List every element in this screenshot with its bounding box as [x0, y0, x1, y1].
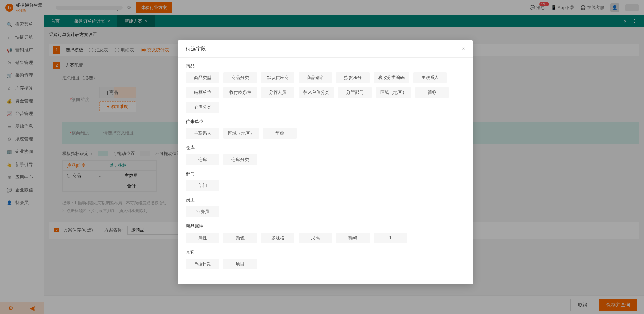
modal-title: 待选字段 — [186, 46, 206, 52]
field-tag[interactable]: 属性 — [186, 233, 219, 243]
close-icon[interactable]: × — [462, 46, 465, 52]
field-group: 部门部门 — [186, 171, 465, 191]
field-tag[interactable]: 业务员 — [186, 206, 219, 217]
field-group-title: 商品 — [186, 63, 465, 69]
field-tag[interactable]: 区域（地区） — [376, 87, 411, 98]
field-group: 其它单据日期项目 — [186, 249, 465, 269]
field-tag[interactable]: 结算单位 — [186, 87, 219, 98]
field-tag[interactable]: 默认供应商 — [261, 72, 294, 83]
field-group: 仓库仓库仓库分类 — [186, 145, 465, 165]
field-tag[interactable]: 简称 — [263, 128, 297, 139]
field-selector-modal: 待选字段 × 商品商品类型商品分类默认供应商商品别名拣货积分税收分类编码主联系人… — [178, 40, 473, 284]
field-group: 员工业务员 — [186, 197, 465, 217]
field-tag[interactable]: 1 — [374, 233, 407, 243]
field-tag[interactable]: 拣货积分 — [336, 72, 370, 83]
field-tag[interactable]: 税收分类编码 — [374, 72, 409, 83]
field-group: 往来单位主联系人区域（地区）简称 — [186, 119, 465, 139]
field-tag[interactable]: 仓库分类 — [223, 154, 257, 165]
field-tag[interactable]: 分管人员 — [261, 87, 294, 98]
field-tag[interactable]: 往来单位分类 — [299, 87, 334, 98]
field-group-title: 其它 — [186, 249, 465, 255]
field-group-title: 往来单位 — [186, 119, 465, 125]
field-tag[interactable]: 尺码 — [299, 233, 332, 243]
field-group-title: 部门 — [186, 171, 465, 177]
field-group: 商品属性属性颜色多规格尺码鞋码1 — [186, 223, 465, 243]
field-tag[interactable]: 仓库 — [186, 154, 219, 165]
field-tag[interactable]: 仓库分类 — [186, 102, 219, 113]
field-group-title: 仓库 — [186, 145, 465, 151]
field-tag[interactable]: 区域（地区） — [223, 128, 259, 139]
field-tag[interactable]: 多规格 — [261, 233, 294, 243]
field-tag[interactable]: 收付款条件 — [223, 87, 257, 98]
field-tag[interactable]: 鞋码 — [336, 233, 370, 243]
field-tag[interactable]: 商品别名 — [299, 72, 332, 83]
field-group-title: 商品属性 — [186, 223, 465, 229]
field-tag[interactable]: 部门 — [186, 180, 219, 191]
field-tag[interactable]: 简称 — [415, 87, 449, 98]
field-tag[interactable]: 分管部门 — [338, 87, 372, 98]
field-tag[interactable]: 项目 — [223, 259, 257, 269]
field-group: 商品商品类型商品分类默认供应商商品别名拣货积分税收分类编码主联系人结算单位收付款… — [186, 63, 465, 113]
field-tag[interactable]: 主联系人 — [413, 72, 447, 83]
field-tag[interactable]: 颜色 — [223, 233, 257, 243]
field-tag[interactable]: 商品类型 — [186, 72, 219, 83]
field-tag[interactable]: 单据日期 — [186, 259, 219, 269]
field-tag[interactable]: 商品分类 — [223, 72, 257, 83]
field-tag[interactable]: 主联系人 — [186, 128, 219, 139]
field-group-title: 员工 — [186, 197, 465, 203]
